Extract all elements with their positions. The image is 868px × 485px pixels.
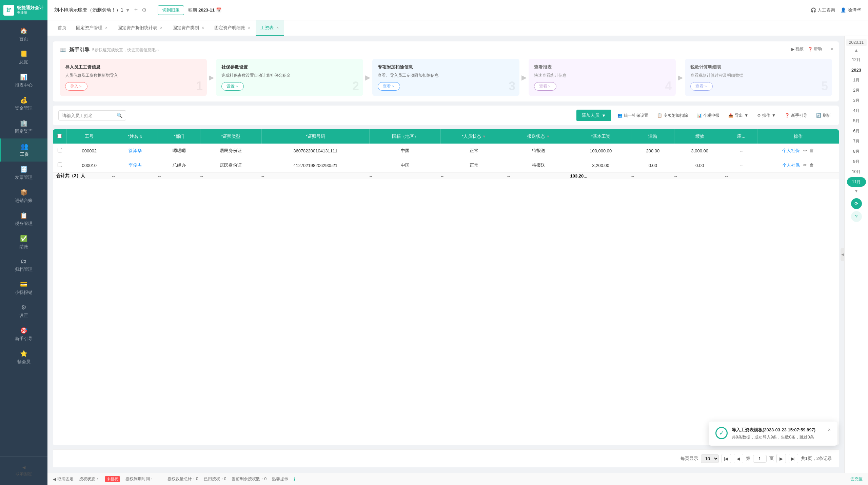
- step-5-btn[interactable]: 查看＞: [690, 82, 713, 91]
- newbie-guide-btn[interactable]: ❓ 新手引导: [782, 111, 810, 120]
- month-5[interactable]: 5月: [847, 116, 866, 126]
- row2-select[interactable]: [58, 163, 62, 167]
- row1-delete-icon[interactable]: 🗑: [809, 148, 814, 153]
- sidebar-item-fixed[interactable]: 🏢 固定资产: [0, 115, 47, 138]
- month-1[interactable]: 1月: [847, 75, 866, 85]
- row2-action-label[interactable]: 个人社保: [782, 163, 800, 168]
- panel-up-arrow[interactable]: ▲: [854, 48, 859, 53]
- sidebar-item-expense[interactable]: 🧾 发票管理: [0, 162, 47, 185]
- select-all-checkbox[interactable]: [57, 134, 62, 138]
- panel-help-icon[interactable]: ?: [851, 211, 862, 222]
- close-accounts-icon: ✅: [20, 235, 27, 242]
- row2-delete-icon[interactable]: 🗑: [809, 163, 814, 168]
- personal-tax-btn[interactable]: 📊 个税申报: [694, 111, 722, 120]
- tab-home[interactable]: 首页: [53, 20, 71, 36]
- tab-payroll-label: 工资表: [260, 25, 274, 31]
- ai-consult-btn[interactable]: 🎧 人工咨询: [811, 7, 835, 13]
- sidebar-item-ledger[interactable]: 📒 总账: [0, 46, 47, 69]
- row1-name-link[interactable]: 徐泽华: [129, 148, 142, 153]
- row2-edit-icon[interactable]: ✏: [803, 163, 807, 168]
- sidebar-item-newbie[interactable]: 🎯 新手引导: [0, 323, 47, 346]
- month-8[interactable]: 8月: [847, 147, 866, 156]
- month-6[interactable]: 6月: [847, 126, 866, 136]
- add-person-btn[interactable]: 添加人员 ▼: [576, 110, 611, 121]
- step-1-desc: 人员信息及工资数据新增导入: [65, 72, 201, 79]
- charge-btn[interactable]: 去充值: [850, 476, 863, 482]
- row1-select[interactable]: [58, 148, 62, 152]
- sidebar-item-finance[interactable]: 💰 资金管理: [0, 92, 47, 115]
- export-btn[interactable]: 📤 导出 ▼: [726, 111, 751, 120]
- operations-btn[interactable]: ⚙ 操作 ▼: [754, 111, 778, 120]
- row2-name-link[interactable]: 李俊杰: [129, 163, 142, 168]
- row1-edit-icon[interactable]: ✏: [803, 148, 807, 153]
- tab-depreciation[interactable]: 固定资产折旧统计表 ×: [113, 20, 168, 36]
- special-deduction-btn[interactable]: 📋 专项附加扣除: [654, 111, 691, 120]
- next-page-btn[interactable]: ▶: [776, 454, 786, 463]
- month-7[interactable]: 7月: [847, 136, 866, 146]
- month-4[interactable]: 4月: [847, 106, 866, 115]
- old-version-btn[interactable]: 切到旧版: [158, 5, 184, 15]
- tab-fixed-detail-close[interactable]: ×: [247, 25, 251, 31]
- guide-video-link[interactable]: ▶ 视频: [791, 46, 804, 52]
- tab-fixed-assets[interactable]: 固定资产管理 ×: [71, 20, 113, 36]
- sidebar-item-tax[interactable]: 📋 税务管理: [0, 208, 47, 231]
- step-3-btn[interactable]: 查看＞: [378, 82, 400, 91]
- sidebar-item-settings[interactable]: ⚙ 设置: [0, 300, 47, 323]
- sidebar-item-archive[interactable]: 🗂 归档管理: [0, 254, 47, 277]
- sidebar-logo: 好 畅捷通好会计 专业版: [0, 0, 47, 20]
- sidebar-item-xiaochang[interactable]: 💳 小畅报销: [0, 277, 47, 300]
- per-page-select[interactable]: 10 20 50: [701, 454, 719, 463]
- refresh-btn[interactable]: 🔄 刷新: [813, 111, 833, 120]
- step-4-btn[interactable]: 查看＞: [534, 82, 556, 91]
- row2-checkbox: [53, 158, 66, 173]
- tab-payroll-close[interactable]: ×: [276, 25, 279, 31]
- month-9[interactable]: 9月: [847, 157, 866, 166]
- th-name[interactable]: *姓名 ⇅: [112, 129, 158, 144]
- row1-action-label[interactable]: 个人社保: [782, 148, 800, 153]
- tab-fixed-assets-close[interactable]: ×: [104, 25, 108, 31]
- sidebar-item-close[interactable]: ✅ 结账: [0, 231, 47, 254]
- cancel-fixed-bottom[interactable]: ◀ 取消固定: [53, 476, 74, 482]
- guide-steps: 导入员工工资信息 人员信息及工资数据新增导入 导入＞ 1 ▶ 社保参数设置 完成…: [60, 59, 832, 96]
- calendar-icon[interactable]: 📅: [216, 7, 221, 13]
- step-2-btn[interactable]: 设置＞: [221, 82, 244, 91]
- social-insurance-btn[interactable]: 👥 统一社保设置: [615, 111, 651, 120]
- tab-payroll[interactable]: 工资表 ×: [256, 20, 284, 36]
- newbie-icon: 🎯: [20, 327, 27, 334]
- prev-page-btn[interactable]: ◀: [734, 454, 743, 463]
- account-dropdown-icon[interactable]: ▼: [125, 7, 130, 13]
- panel-sync-icon[interactable]: ⟳: [851, 198, 862, 209]
- tab-depreciation-close[interactable]: ×: [159, 25, 163, 31]
- row1-subsidy: 200.00: [631, 144, 674, 158]
- last-page-btn[interactable]: ▶|: [789, 454, 798, 463]
- th-status[interactable]: *人员状态 ▼: [441, 129, 507, 144]
- panel-collapse-btn[interactable]: ◀: [841, 248, 845, 261]
- panel-down-arrow[interactable]: ▼: [854, 188, 859, 193]
- sidebar-item-inventory[interactable]: 📦 进销台账: [0, 185, 47, 208]
- cancel-fixed-btn[interactable]: ◀ 取消固定: [0, 461, 47, 481]
- search-input[interactable]: [62, 113, 115, 118]
- tab-fixed-category[interactable]: 固定资产类别 ×: [168, 20, 210, 36]
- guide-close-btn[interactable]: ×: [830, 46, 833, 52]
- th-base-salary: *基本工资: [570, 129, 631, 144]
- month-2[interactable]: 2月: [847, 86, 866, 95]
- month-10[interactable]: 10月: [847, 167, 866, 176]
- month-11[interactable]: 11月: [847, 177, 866, 187]
- settings-gear-icon[interactable]: ⚙: [142, 7, 146, 13]
- sidebar-item-member[interactable]: ⭐ 畅会员: [0, 346, 47, 369]
- month-3[interactable]: 3月: [847, 96, 866, 105]
- guide-help-link[interactable]: ❓ 帮助: [808, 46, 822, 52]
- add-account-btn[interactable]: +: [134, 6, 138, 14]
- th-report-status[interactable]: 报送状态 ▼: [507, 129, 570, 144]
- tab-fixed-detail[interactable]: 固定资产明细账 ×: [210, 20, 256, 36]
- table-container: 工号 *姓名 ⇅ *部门 *证照类型 *证照号码 国籍（地区） *人员状态: [53, 129, 839, 445]
- sidebar-item-reports[interactable]: 📊 报表中心: [0, 69, 47, 92]
- sidebar-item-home[interactable]: 🏠 首页: [0, 23, 47, 46]
- tab-fixed-category-close[interactable]: ×: [201, 25, 205, 31]
- month-12[interactable]: 12月: [847, 55, 866, 64]
- sidebar-item-payroll[interactable]: 👥 工资: [0, 138, 47, 162]
- first-page-btn[interactable]: |◀: [722, 454, 731, 463]
- page-number-input[interactable]: 1: [753, 455, 767, 463]
- toast-close-btn[interactable]: ×: [828, 427, 831, 432]
- step-1-btn[interactable]: 导入＞: [65, 82, 87, 91]
